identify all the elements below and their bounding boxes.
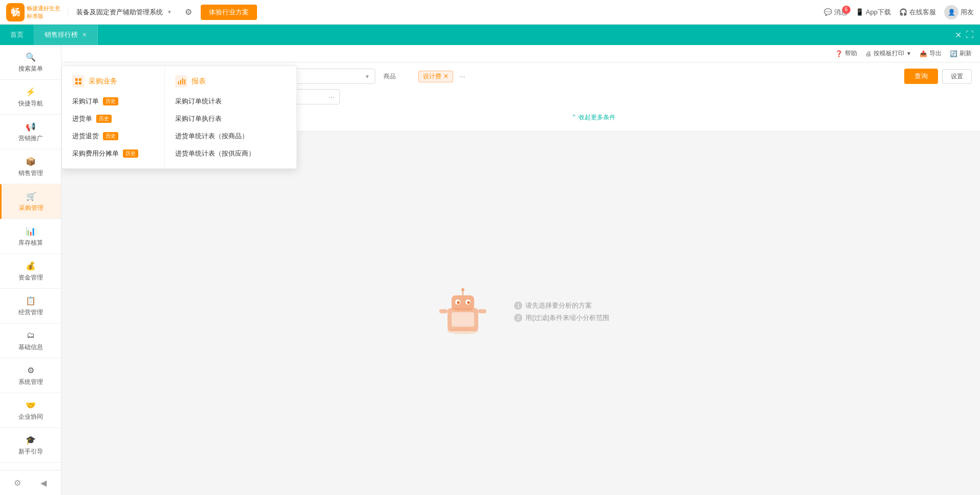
purchase-section-icon bbox=[72, 75, 84, 88]
svg-rect-7 bbox=[184, 79, 185, 84]
settings-icon[interactable]: ⚙ bbox=[180, 4, 197, 20]
sidebar-item-operations[interactable]: 📋 经营管理 bbox=[0, 289, 61, 324]
sidebar-item-inventory[interactable]: 📊 库存核算 bbox=[0, 219, 61, 254]
tab-home[interactable]: 首页 bbox=[0, 25, 34, 45]
purchase-business-column: 采购业务 采购订单 历史 进货单 历史 进货退货 历史 采购费用分摊单 历史 bbox=[62, 66, 164, 168]
print-label: 按模板打印 bbox=[874, 49, 904, 58]
sidebar-item-marketing[interactable]: 📢 营销推广 bbox=[0, 115, 61, 149]
sidebar-item-finance[interactable]: 💰 资金管理 bbox=[0, 254, 61, 289]
sidebar-item-enterprise[interactable]: 🤝 企业协同 bbox=[0, 393, 61, 428]
svg-rect-2 bbox=[75, 82, 78, 84]
finance-icon: 💰 bbox=[25, 260, 36, 271]
help-button[interactable]: ❓ 帮助 bbox=[835, 49, 857, 58]
dropdown-item-purchase-receive[interactable]: 进货单 历史 bbox=[62, 110, 164, 127]
sidebar-item-quick-nav-label: 快捷导航 bbox=[18, 99, 43, 108]
user-button[interactable]: 👤 用友 bbox=[944, 5, 974, 19]
sidebar-item-sales[interactable]: 📦 销售管理 bbox=[0, 149, 61, 184]
action-buttons: 查询 设置 bbox=[904, 69, 972, 84]
message-badge: 6 bbox=[842, 6, 850, 14]
print-icon: 🖨 bbox=[865, 50, 871, 57]
settings-button[interactable]: 设置 bbox=[942, 69, 972, 84]
collapse-area: ⌃ 收起更多条件 bbox=[215, 113, 972, 122]
top-right-area: 💬 消息 6 📱 App下载 🎧 在线客服 👤 用友 bbox=[824, 5, 974, 19]
action-toolbar: ❓ 帮助 🖨 按模板打印 ▼ 📤 导出 🔄 刷新 bbox=[61, 45, 980, 62]
dropdown-item-order-stats[interactable]: 采购订单统计表 bbox=[165, 93, 267, 110]
refresh-button[interactable]: 🔄 刷新 bbox=[950, 49, 972, 58]
sidebar-item-search[interactable]: 🔍 搜索菜单 bbox=[0, 45, 61, 80]
refresh-label: 刷新 bbox=[960, 49, 972, 58]
tab-close-icon[interactable]: ✕ bbox=[82, 31, 87, 38]
sidebar-item-system-label: 系统管理 bbox=[18, 378, 43, 386]
collapse-button[interactable]: ⌃ 收起更多条件 bbox=[571, 113, 615, 122]
sidebar-item-quick-nav[interactable]: ⚡ 快捷导航 bbox=[0, 80, 61, 115]
dropdown-item-purchase-order-label: 采购订单 bbox=[72, 97, 99, 106]
chevron-down-icon: ▼ bbox=[167, 9, 172, 15]
query-button[interactable]: 查询 bbox=[904, 69, 938, 84]
print-chevron-icon: ▼ bbox=[906, 51, 911, 56]
window-maximize-icon[interactable]: ⛶ bbox=[966, 30, 974, 39]
order-status-select[interactable]: ▼ bbox=[293, 69, 375, 84]
dropdown-item-purchase-receive-label: 进货单 bbox=[72, 114, 92, 123]
dropdown-item-order-exec-label: 采购订单执行表 bbox=[175, 114, 222, 123]
dropdown-item-purchase-return-label: 进货退货 bbox=[72, 132, 99, 141]
system-name[interactable]: 装备及固定资产辅助管理系统 ▼ bbox=[68, 8, 180, 17]
order-status-chevron-icon: ▼ bbox=[365, 74, 370, 79]
sidebar-item-sales-label: 销售管理 bbox=[18, 169, 43, 178]
sidebar-item-enterprise-label: 企业协同 bbox=[18, 413, 43, 421]
goods-more-dots[interactable]: ··· bbox=[459, 72, 465, 80]
dropdown-item-receive-stats-supplier-label: 进货单统计表（按供应商） bbox=[175, 149, 255, 158]
sidebar: 🔍 搜索菜单 ⚡ 快捷导航 📢 营销推广 📦 销售管理 🛒 采购管理 📊 库存核… bbox=[0, 45, 61, 495]
sidebar-item-inventory-label: 库存核算 bbox=[18, 239, 43, 247]
svg-rect-17 bbox=[439, 309, 448, 313]
goods-tags: 设计费 ✕ bbox=[418, 71, 453, 82]
message-icon: 💬 bbox=[824, 8, 832, 16]
report-section-header: 报表 bbox=[165, 72, 267, 93]
sidebar-footer: ⚙ ◀ bbox=[0, 470, 61, 495]
message-button[interactable]: 💬 消息 6 bbox=[824, 8, 847, 17]
goods-tag-remove[interactable]: ✕ bbox=[443, 73, 449, 80]
logo-icon: 畅 bbox=[6, 3, 25, 21]
sidebar-settings-button[interactable]: ⚙ bbox=[9, 475, 26, 491]
sidebar-collapse-button[interactable]: ◀ bbox=[35, 475, 52, 491]
history-badge-purchase-expense: 历史 bbox=[123, 149, 138, 158]
export-icon: 📤 bbox=[920, 50, 927, 57]
sidebar-item-purchase[interactable]: 🛒 采购管理 bbox=[0, 184, 61, 219]
window-close-icon[interactable]: ✕ bbox=[955, 30, 962, 40]
svg-rect-19 bbox=[452, 312, 474, 327]
svg-point-13 bbox=[457, 302, 460, 304]
trial-button[interactable]: 体验行业方案 bbox=[201, 5, 257, 20]
main-layout: 🔍 搜索菜单 ⚡ 快捷导航 📢 营销推广 📦 销售管理 🛒 采购管理 📊 库存核… bbox=[0, 45, 980, 495]
dropdown-item-receive-stats-supplier[interactable]: 进货单统计表（按供应商） bbox=[165, 145, 267, 162]
search-icon: 🔍 bbox=[25, 51, 36, 62]
svg-rect-18 bbox=[478, 309, 486, 313]
sidebar-item-basic-info[interactable]: 🗂 基础信息 bbox=[0, 324, 61, 358]
inventory-icon: 📊 bbox=[25, 225, 36, 236]
headset-icon: 🎧 bbox=[899, 8, 907, 16]
sidebar-item-system[interactable]: ⚙ 系统管理 bbox=[0, 358, 61, 393]
goods-tag-design: 设计费 ✕ bbox=[418, 71, 453, 82]
sidebar-item-guide[interactable]: 🎓 新手引导 bbox=[0, 428, 61, 463]
dropdown-item-purchase-return[interactable]: 进货退货 历史 bbox=[62, 127, 164, 145]
tab-home-label: 首页 bbox=[10, 30, 24, 39]
dropdown-item-purchase-expense[interactable]: 采购费用分摊单 历史 bbox=[62, 145, 164, 162]
empty-step2-text: 用[过滤]条件来缩小分析范围 bbox=[525, 313, 609, 322]
sidebar-item-guide-label: 新手引导 bbox=[18, 447, 43, 456]
dropdown-item-purchase-order[interactable]: 采购订单 历史 bbox=[62, 93, 164, 110]
empty-state: 1 请先选择要分析的方案 2 用[过滤]条件来缩小分析范围 bbox=[61, 132, 980, 495]
dropdown-item-receive-stats-goods-label: 进货单统计表（按商品） bbox=[175, 132, 248, 141]
app-download-button[interactable]: 📱 App下载 bbox=[856, 8, 891, 17]
step2-num: 2 bbox=[514, 314, 522, 322]
online-service-button[interactable]: 🎧 在线客服 bbox=[899, 8, 936, 17]
tab-sales-rank[interactable]: 销售排行榜 ✕ bbox=[34, 25, 98, 45]
dropdown-item-order-exec[interactable]: 采购订单执行表 bbox=[165, 110, 267, 127]
purchase-section-title: 采购业务 bbox=[89, 77, 117, 86]
user-label: 用友 bbox=[961, 8, 974, 17]
purchase-icon: 🛒 bbox=[26, 190, 37, 202]
basic-info-icon: 🗂 bbox=[25, 330, 36, 341]
phone-icon: 📱 bbox=[856, 8, 864, 16]
sidebar-item-finance-label: 资金管理 bbox=[18, 273, 43, 282]
dropdown-item-receive-stats-goods[interactable]: 进货单统计表（按商品） bbox=[165, 127, 267, 145]
quick-nav-icon: ⚡ bbox=[25, 86, 36, 97]
print-by-template-button[interactable]: 🖨 按模板打印 ▼ bbox=[865, 49, 911, 58]
export-button[interactable]: 📤 导出 bbox=[920, 49, 942, 58]
